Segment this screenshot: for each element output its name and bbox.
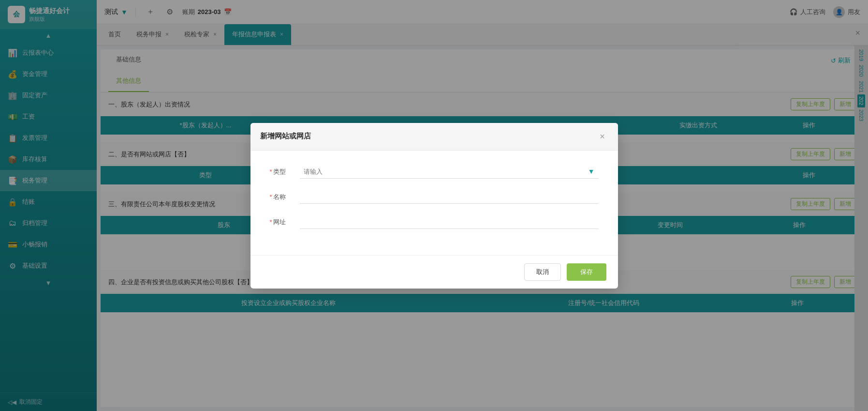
form-group-url: * 网址 <box>270 215 599 229</box>
modal-header: 新增网站或网店 × <box>250 123 618 151</box>
modal-footer: 取消 保存 <box>250 255 618 289</box>
name-input[interactable] <box>300 190 599 204</box>
modal-body: * 类型 ▼ * 名称 <box>250 151 618 255</box>
form-row-type: * 类型 ▼ <box>270 165 599 179</box>
modal-close-button[interactable]: × <box>597 131 608 142</box>
type-label: * 类型 <box>270 167 294 176</box>
url-input[interactable] <box>300 215 599 229</box>
type-required-mark: * <box>270 168 272 175</box>
form-row-name: * 名称 <box>270 190 599 204</box>
modal-title: 新增网站或网店 <box>260 132 311 141</box>
modal-overlay[interactable]: 新增网站或网店 × * 类型 ▼ <box>0 0 868 411</box>
form-row-url: * 网址 <box>270 215 599 229</box>
form-group-type: * 类型 ▼ <box>270 165 599 179</box>
name-required-mark: * <box>270 193 272 200</box>
type-input[interactable] <box>300 165 599 178</box>
type-select-wrapper: ▼ <box>300 165 599 179</box>
add-website-modal: 新增网站或网店 × * 类型 ▼ <box>250 123 618 289</box>
name-label: * 名称 <box>270 193 294 201</box>
save-button[interactable]: 保存 <box>567 263 606 281</box>
cancel-button[interactable]: 取消 <box>524 263 561 281</box>
form-group-name: * 名称 <box>270 190 599 204</box>
url-label: * 网址 <box>270 218 294 227</box>
url-required-mark: * <box>270 218 272 226</box>
